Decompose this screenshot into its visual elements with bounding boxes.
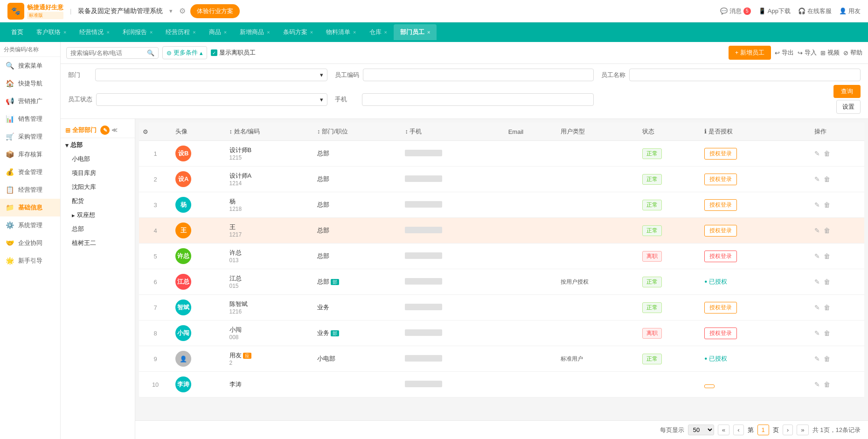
tab-history[interactable]: 经营历程 ×: [159, 24, 202, 40]
delete-icon[interactable]: 🗑: [824, 381, 830, 388]
edit-icon[interactable]: ✎: [814, 227, 820, 234]
tab-profit[interactable]: 利润报告 ×: [116, 24, 159, 40]
dept-select[interactable]: ▾: [95, 69, 327, 81]
edit-icon[interactable]: ✎: [814, 329, 820, 337]
close-icon[interactable]: ×: [384, 29, 387, 35]
sidebar-item-marketing[interactable]: 📢营销推广: [0, 92, 60, 110]
tab-bom[interactable]: 物料清单 ×: [319, 24, 362, 40]
online-support-btn[interactable]: 🎧 在线客服: [798, 7, 832, 15]
edit-icon[interactable]: ✎: [814, 278, 820, 286]
emp-code-input[interactable]: [363, 69, 594, 81]
close-icon[interactable]: ×: [310, 29, 313, 35]
dept-item-project[interactable]: 项目库房: [61, 166, 135, 180]
tab-customer[interactable]: 客户联络 ×: [30, 24, 73, 40]
first-page-btn[interactable]: «: [718, 425, 729, 435]
delete-icon[interactable]: 🗑: [824, 329, 830, 337]
sidebar-item-basic[interactable]: 📁基础信息: [0, 199, 60, 216]
close-icon[interactable]: ×: [63, 29, 66, 35]
prev-page-btn[interactable]: ‹: [733, 425, 743, 435]
delete-icon[interactable]: 🗑: [824, 304, 830, 311]
sidebar-item-guide[interactable]: 🌟新手引导: [0, 252, 60, 270]
auth-login-btn[interactable]: [704, 384, 715, 388]
delete-icon[interactable]: 🗑: [824, 252, 830, 260]
message-btn[interactable]: 💬 消息 5: [720, 7, 751, 15]
delete-icon[interactable]: 🗑: [824, 355, 830, 362]
edit-icon[interactable]: ✎: [814, 201, 820, 209]
tab-barcode[interactable]: 条码方案 ×: [277, 24, 319, 40]
auth-login-btn[interactable]: 授权登录: [704, 148, 737, 160]
auth-login-btn[interactable]: 授权登录: [704, 174, 737, 185]
import-btn[interactable]: ↪ 导入: [798, 49, 817, 57]
dept-item-shuangzuo[interactable]: ▸双座想: [61, 208, 135, 222]
sidebar-item-purchase[interactable]: 🛒采购管理: [0, 128, 60, 146]
view-btn[interactable]: ⊞ 视频: [820, 49, 840, 57]
dept-item-dispatch[interactable]: 配货: [61, 194, 135, 208]
edit-icon[interactable]: ✎: [814, 304, 820, 311]
edit-icon[interactable]: ✎: [814, 381, 820, 388]
auth-login-btn[interactable]: 授权登录: [704, 302, 737, 314]
sidebar-search-input[interactable]: [4, 46, 61, 53]
delete-icon[interactable]: 🗑: [824, 175, 830, 183]
help-btn[interactable]: ⊘ 帮助: [843, 49, 862, 57]
dept-item-zhishu[interactable]: 植树王二: [61, 236, 135, 250]
app-download-btn[interactable]: 📱 App下载: [758, 7, 791, 15]
show-resigned-toggle[interactable]: ✓ 显示离职员工: [211, 49, 256, 57]
tab-operation[interactable]: 经营情况 ×: [73, 24, 116, 40]
next-page-btn[interactable]: ›: [783, 425, 793, 435]
export-btn[interactable]: ↩ 导出: [775, 49, 794, 57]
dept-item-shenyang[interactable]: 沈阳大库: [61, 180, 135, 194]
col-name[interactable]: ↕ 姓名/编码: [226, 123, 313, 141]
delete-icon[interactable]: 🗑: [824, 278, 830, 286]
col-dept[interactable]: ↕ 部门/职位: [313, 123, 401, 141]
col-phone[interactable]: ↕ 手机: [401, 123, 504, 141]
sidebar-item-search[interactable]: 🔍搜索菜单: [0, 57, 60, 75]
sidebar-item-collab[interactable]: 🤝企业协同: [0, 234, 60, 252]
close-icon[interactable]: ×: [427, 29, 430, 35]
tab-goods[interactable]: 商品 ×: [202, 24, 233, 40]
sidebar-item-inventory[interactable]: 📦库存核算: [0, 146, 60, 163]
close-icon[interactable]: ×: [150, 29, 153, 35]
close-icon[interactable]: ×: [353, 29, 356, 35]
page-size-select[interactable]: 50 100 200: [688, 425, 714, 435]
user-btn[interactable]: 👤 用友: [839, 7, 861, 15]
setting-btn[interactable]: 设置: [836, 100, 861, 114]
edit-icon[interactable]: ✎: [814, 175, 820, 183]
dept-item-root[interactable]: ▾ 总部: [61, 138, 135, 152]
dept-item-zongbu[interactable]: 总部: [61, 222, 135, 236]
tab-new-goods[interactable]: 新增商品 ×: [233, 24, 276, 40]
auth-login-btn[interactable]: 授权登录: [704, 251, 737, 262]
tab-warehouse[interactable]: 仓库 ×: [363, 24, 394, 40]
settings-icon[interactable]: ⚙: [179, 7, 186, 15]
status-select[interactable]: ▾: [96, 93, 327, 106]
auth-login-btn[interactable]: 授权登录: [704, 225, 737, 237]
delete-icon[interactable]: 🗑: [824, 227, 830, 234]
sidebar-item-finance[interactable]: 💰资金管理: [0, 163, 60, 181]
query-btn[interactable]: 查询: [833, 85, 861, 98]
sidebar-item-biz[interactable]: 📋经营管理: [0, 181, 60, 199]
close-icon[interactable]: ×: [224, 29, 227, 35]
more-filter-btn[interactable]: ⊜ 更多条件 ▴: [162, 46, 207, 59]
auth-login-btn[interactable]: 授权登录: [704, 199, 737, 211]
col-settings[interactable]: ⚙: [139, 123, 172, 141]
trial-btn[interactable]: 体验行业方案: [190, 4, 240, 18]
edit-icon[interactable]: ✎: [814, 150, 820, 157]
edit-icon[interactable]: ✎: [814, 355, 820, 362]
add-employee-btn[interactable]: + 新增员工: [729, 46, 771, 60]
edit-icon[interactable]: ✎: [814, 252, 820, 260]
sidebar-item-nav[interactable]: 🏠快捷导航: [0, 75, 60, 92]
emp-name-input[interactable]: [629, 69, 861, 81]
collapse-icon[interactable]: ≪: [111, 127, 118, 133]
close-icon[interactable]: ×: [106, 29, 109, 35]
close-icon[interactable]: ×: [267, 29, 270, 35]
close-icon[interactable]: ×: [193, 29, 195, 35]
auth-login-btn[interactable]: 授权登录: [704, 328, 737, 339]
dropdown-arrow-icon[interactable]: ▾: [169, 7, 173, 14]
delete-icon[interactable]: 🗑: [824, 201, 830, 209]
last-page-btn[interactable]: »: [797, 425, 808, 435]
tab-employees[interactable]: 部门员工 ×: [394, 24, 437, 40]
sidebar-item-system[interactable]: ⚙️系统管理: [0, 216, 60, 234]
dept-item-xiaodian[interactable]: 小电部: [61, 152, 135, 166]
search-input[interactable]: [70, 49, 145, 56]
sidebar-item-sales[interactable]: 📊销售管理: [0, 110, 60, 128]
edit-dept-icon[interactable]: ✎: [100, 125, 110, 135]
